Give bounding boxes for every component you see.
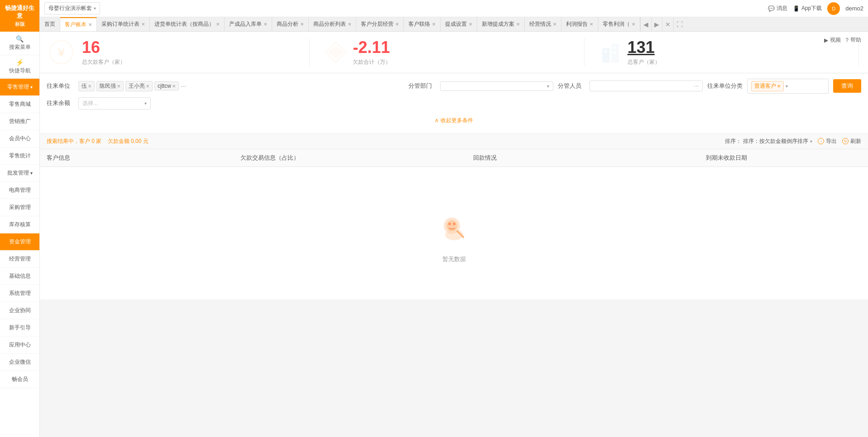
content-area: ¥ 16 总欠款客户（家） <box>40 32 868 437</box>
tab-close-icon-12[interactable]: ✕ <box>590 22 593 27</box>
help-icon: ? <box>845 37 849 43</box>
dept-chevron-icon: ▾ <box>547 84 549 89</box>
tab-home[interactable]: 首页 <box>40 17 60 31</box>
person-select[interactable]: ··· <box>590 81 703 91</box>
tab-new-commission[interactable]: 新增提成方案 ✕ <box>477 17 525 31</box>
tab-goods-list[interactable]: 商品分析列表 ✕ <box>309 17 356 31</box>
sidebar-item-appstore[interactable]: 应用中心 <box>0 337 39 354</box>
tab-close-icon-8[interactable]: ✕ <box>432 22 436 27</box>
sidebar-item-retail[interactable]: 零售管理 ▾ <box>0 79 39 96</box>
remove-category-icon[interactable]: ✕ <box>777 84 781 89</box>
tab-profit-report[interactable]: 利润报告 ✕ <box>561 17 598 31</box>
table-header: 客户信息 欠款交易信息（占比） 回款情况 到期未收款日期 <box>40 149 868 167</box>
svg-rect-8 <box>614 51 616 54</box>
tab-close-icon-2[interactable]: ✕ <box>141 22 145 27</box>
remove-chen-icon[interactable]: ✕ <box>117 84 120 89</box>
tab-goods-analysis[interactable]: 商品分析 ✕ <box>272 17 309 31</box>
stat-number-1: 16 <box>82 38 125 57</box>
tab-home-label: 首页 <box>44 20 55 28</box>
tab-business[interactable]: 经营情况 ✕ <box>525 17 561 31</box>
tab-prev-btn[interactable]: ◀ <box>640 17 651 31</box>
tab-close-icon-6[interactable]: ✕ <box>348 22 351 27</box>
tab-close-icon-13[interactable]: ✕ <box>632 22 635 27</box>
remove-wang-icon[interactable]: ✕ <box>146 84 149 89</box>
category-tag-label: 普通客户 <box>754 82 776 90</box>
tab-purchase-order[interactable]: 采购订单统计表 ✕ <box>97 17 150 31</box>
tab-customer-contact[interactable]: 客户联络 ✕ <box>404 17 441 31</box>
tab-fullscreen-btn[interactable]: ⛶ <box>673 17 686 31</box>
avatar[interactable]: D <box>827 2 840 15</box>
query-button[interactable]: 查询 <box>833 79 861 93</box>
tab-production[interactable]: 产成品入库单 ✕ <box>225 17 272 31</box>
sidebar-search[interactable]: 🔍 搜索菜单 <box>0 32 39 55</box>
sidebar-item-label-guide: 新手引导 <box>9 324 31 331</box>
sidebar-item-marketing[interactable]: 营销推广 <box>0 113 39 130</box>
sidebar-item-shop[interactable]: 零售商城 <box>0 96 39 113</box>
message-action[interactable]: 💬 消息 <box>768 5 787 12</box>
sidebar-item-member[interactable]: 会员中心 <box>0 130 39 147</box>
sidebar-item-purchase[interactable]: 采购管理 <box>0 199 39 216</box>
sidebar-logo[interactable]: 畅捷通好生意 标版 <box>0 0 39 32</box>
tab-retail-profit[interactable]: 零售利润（ ✕ <box>598 17 640 31</box>
account-selector[interactable]: 母婴行业演示帐套 ▾ <box>44 2 100 14</box>
export-icon: ↑ <box>818 138 824 144</box>
sidebar-item-guide[interactable]: 新手引导 <box>0 319 39 337</box>
help-action[interactable]: ? 帮助 <box>845 36 861 44</box>
tab-close-icon-7[interactable]: ✕ <box>395 22 399 27</box>
app-download-action[interactable]: 📱 App下载 <box>793 5 822 12</box>
collapse-button[interactable]: ∧ 收起更多条件 <box>435 115 473 126</box>
sidebar-item-label-system: 系统管理 <box>9 290 31 296</box>
dept-select[interactable]: ▾ <box>440 81 553 91</box>
sort-value: 排序：按欠款金额倒序排序 <box>743 138 808 145</box>
tab-stock-stats[interactable]: 进货单统计表（按商品） ✕ <box>150 17 225 31</box>
tab-purchase-order-label: 采购订单统计表 <box>101 20 139 28</box>
sidebar-item-vip[interactable]: 畅会员 <box>0 371 39 388</box>
export-button[interactable]: ↑ 导出 <box>818 138 837 145</box>
sidebar-item-collab[interactable]: 企业协同 <box>0 302 39 319</box>
topbar-right: 💬 消息 📱 App下载 D demo2 <box>768 2 863 15</box>
sidebar-item-operations[interactable]: 经营管理 <box>0 251 39 268</box>
results-count: 0 <box>91 138 95 144</box>
tab-close-icon-3[interactable]: ✕ <box>216 22 220 27</box>
remove-cjttcw-icon[interactable]: ✕ <box>172 84 176 89</box>
arrow-icon: ▾ <box>30 85 33 90</box>
empty-illustration <box>432 203 477 248</box>
refresh-button[interactable]: ↻ 刷新 <box>842 138 861 145</box>
tab-stock-stats-label: 进货单统计表（按商品） <box>154 20 214 28</box>
tab-customer-tier[interactable]: 客户分层经营 ✕ <box>356 17 404 31</box>
tab-close-icon[interactable]: ✕ <box>88 22 92 27</box>
balance-select[interactable]: 选择... ▾ <box>78 97 151 109</box>
tab-close-icon-5[interactable]: ✕ <box>300 22 304 27</box>
unit-tag-chen-label: 陈民强 <box>100 82 116 90</box>
sidebar-item-inventory[interactable]: 库存核算 <box>0 216 39 233</box>
svg-text:¥: ¥ <box>58 46 65 59</box>
tab-customer-account[interactable]: 客户账本 ✕ <box>60 17 97 31</box>
sidebar-item-retail-stats[interactable]: 零售统计 <box>0 147 39 165</box>
sort-selector[interactable]: 排序： 排序：按欠款金额倒序排序 ▾ <box>725 138 812 145</box>
more-tags-icon[interactable]: ··· <box>181 82 186 90</box>
stats-actions: ▶ 视频 ? 帮助 <box>824 36 861 44</box>
balance-filter-label: 往来余额 <box>47 99 74 107</box>
tab-production-label: 产成品入库单 <box>229 20 262 28</box>
tab-close-icon-4[interactable]: ✕ <box>264 22 267 27</box>
tab-close-icon-11[interactable]: ✕ <box>553 22 556 27</box>
tab-business-label: 经营情况 <box>529 20 551 28</box>
results-actions: 排序： 排序：按欠款金额倒序排序 ▾ ↑ 导出 ↻ 刷新 <box>725 138 861 145</box>
tab-commission-settings[interactable]: 提成设置 ✕ <box>441 17 477 31</box>
tab-close-icon-9[interactable]: ✕ <box>469 22 472 27</box>
remove-wu-icon[interactable]: ✕ <box>88 84 91 89</box>
sidebar-item-ecommerce[interactable]: 电商管理 <box>0 182 39 199</box>
results-amount-unit: 元 <box>143 138 149 144</box>
category-select[interactable]: 普通客户 ✕ ▾ <box>747 79 829 94</box>
tab-close-icon-10[interactable]: ✕ <box>516 22 520 27</box>
sidebar-item-finance[interactable]: 资金管理 <box>0 233 39 251</box>
sidebar-item-label-member: 会员中心 <box>9 135 31 142</box>
tab-next-btn[interactable]: ▶ <box>651 17 662 31</box>
sidebar-quicknav[interactable]: ⚡ 快捷导航 <box>0 55 39 79</box>
sidebar-item-wholesale[interactable]: 批发管理 ▾ <box>0 165 39 182</box>
sidebar-item-system[interactable]: 系统管理 <box>0 285 39 302</box>
sidebar-item-basic[interactable]: 基础信息 <box>0 268 39 285</box>
tab-close-all-btn[interactable]: ✕ <box>662 17 673 31</box>
video-action[interactable]: ▶ 视频 <box>824 36 841 44</box>
sidebar-item-wechat[interactable]: 企业微信 <box>0 354 39 371</box>
